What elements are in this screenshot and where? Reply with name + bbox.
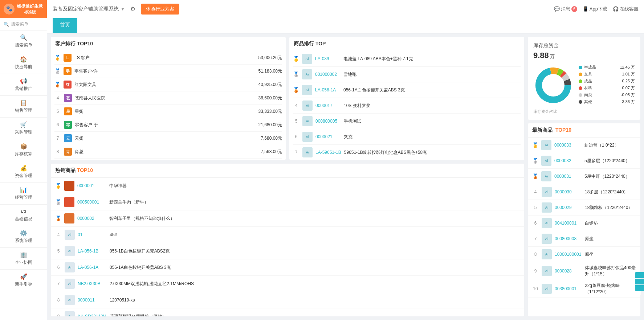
product-image-placeholder: Ai — [306, 135, 309, 139]
sidebar-search-container[interactable]: 🔍 搜索菜单 — [0, 18, 47, 30]
legend-value: 0.07 万 — [617, 85, 635, 91]
list-item: 🥉 Ai 0000031 5厘中纤（1220*2440） — [528, 169, 640, 184]
message-icon: 💬 — [554, 6, 560, 12]
product-image: Ai — [541, 140, 551, 150]
shortcut-icon: 🏠 — [20, 56, 27, 63]
legend-row: 半成品 12.45 万 — [579, 65, 635, 70]
latest-products-title: 最新商品 — [532, 127, 553, 133]
hot-products-body: 🥇 0000001 中华神器 🥈 000500001 新西兰牛肉（新牛） 🥉 0… — [51, 178, 524, 316]
product-image: Ai — [302, 132, 313, 142]
main-area: 装备及固定资产辅助管理系统 ▼ ⚙ 体验行业方案 💬 消息 6 📱 App下载 … — [47, 0, 644, 320]
operations-icon: 📊 — [20, 186, 27, 193]
rank-number: 8 — [54, 149, 61, 154]
sidebar-item-base[interactable]: 🗂基础信息 — [0, 205, 47, 226]
system-title: 装备及固定资产辅助管理系统 — [53, 6, 119, 12]
message-item[interactable]: 💬 消息 6 — [554, 6, 577, 12]
product-image-placeholder: Ai — [306, 104, 309, 107]
search-label: 搜索菜单 — [15, 42, 32, 48]
customer-amount: 7,563.00元 — [261, 149, 282, 155]
customer-name: 星扬 — [75, 108, 256, 115]
customer-badge: 云 — [64, 134, 72, 142]
latest-product-name: 封边带（1.0*22） — [584, 142, 636, 148]
dropdown-arrow-icon[interactable]: ▼ — [121, 7, 125, 12]
sidebar-item-inventory[interactable]: 📦库存核算 — [0, 139, 47, 161]
trophy-bronze-icon: 🥉 — [293, 87, 299, 93]
product-image: Ai — [542, 202, 552, 213]
online-service-label: 在线客服 — [620, 6, 639, 12]
cs-btn-0[interactable]: 客服热线 — [635, 272, 644, 278]
product-image-placeholder: Ai — [545, 206, 549, 209]
product-image-placeholder: Ai — [306, 119, 309, 123]
app-download-item[interactable]: 📱 App下载 — [583, 6, 607, 12]
hot-products-card: 热销商品 TOP10 🥇 0000001 中华神器 🥈 000500001 新西… — [51, 164, 524, 316]
product-image-placeholder: Ai — [545, 221, 549, 225]
sidebar-logo: 🐾 畅捷通好生意 标准版 — [0, 0, 47, 18]
finance-icon: 💰 — [20, 165, 27, 172]
hot-product-name: 新西兰牛肉（新牛） — [109, 199, 520, 205]
product-image — [64, 213, 74, 223]
rank-number: 6 — [293, 134, 299, 139]
table-row: 🥈 Ai 001000002 雪地靴 — [293, 67, 521, 82]
rank-number: 6 — [55, 265, 62, 270]
legend-label: 成品 — [584, 78, 615, 84]
product-image: Ai — [302, 54, 312, 64]
product-image: Ai — [541, 156, 551, 166]
legend-label: 半成品 — [584, 65, 615, 70]
sidebar-item-purchase[interactable]: 🛒采购管理 — [0, 118, 47, 139]
sidebar-item-finance[interactable]: 💰资金管理 — [0, 161, 47, 183]
customer-name: 肖总 — [75, 149, 258, 155]
sidebar-item-operations[interactable]: 📊经营管理 — [0, 183, 47, 205]
top-row: 客户排行 TOP10 🥇 L LS 客户 53,006.26元 🥈 零 零售客户… — [51, 37, 524, 160]
guide-label: 新手引导 — [15, 281, 32, 287]
latest-product-name: 5厘中纤（1220*2440） — [584, 173, 636, 180]
trial-button[interactable]: 体验行业方案 — [141, 4, 179, 15]
tab-home[interactable]: 首页 — [53, 18, 77, 33]
search-menu[interactable]: 🔍 搜索菜单 — [4, 21, 43, 27]
sidebar-item-sales[interactable]: 📋销售管理 — [0, 96, 47, 118]
sidebar-item-search[interactable]: 🔍搜索菜单 — [0, 30, 47, 52]
customer-rank-card: 客户排行 TOP10 🥇 L LS 客户 53,006.26元 🥈 零 零售客户… — [51, 37, 286, 160]
trophy-bronze-icon: 🥉 — [54, 82, 61, 87]
sidebar: 🐾 畅捷通好生意 标准版 🔍 搜索菜单 🔍搜索菜单🏠快捷导航📢营销推广📋销售管理… — [0, 0, 47, 320]
product-image-placeholder: Ai — [545, 159, 548, 163]
latest-product-code: 0000028 — [555, 268, 582, 274]
rank-number: 4 — [293, 103, 299, 108]
cs-float: 客服热线服务社区直播 — [635, 272, 644, 291]
rank-number: 4 — [532, 189, 539, 194]
online-service-item[interactable]: 🎧 在线客服 — [613, 6, 639, 12]
inventory-label: 库存核算 — [15, 151, 32, 157]
product-image: Ai — [542, 234, 552, 244]
product-image-placeholder: Ai — [306, 88, 309, 92]
product-image-placeholder: Ai — [68, 298, 72, 302]
settings-icon[interactable]: ⚙ — [130, 5, 135, 12]
hot-product-name: 中华神器 — [109, 183, 520, 189]
logo-line2: 标准版 — [17, 9, 43, 15]
cs-btn-1[interactable]: 服务社区 — [635, 279, 644, 284]
base-icon: 🗂 — [21, 208, 27, 215]
product-image: Ai — [65, 230, 75, 240]
purchase-icon: 🛒 — [20, 121, 27, 128]
app-download-label: App下载 — [590, 6, 607, 12]
legend-dot — [579, 73, 582, 76]
product-name: 056-1A白色按键开关盖ABS 3克 — [343, 87, 521, 93]
hot-product-code: 0000001 — [77, 183, 106, 188]
product-rank-header: 商品排行 TOP — [289, 37, 524, 51]
product-image: Ai — [302, 100, 313, 111]
sidebar-item-cooperation[interactable]: 🏢企业协同 — [0, 248, 47, 270]
sidebar-item-system[interactable]: ⚙️系统管理 — [0, 226, 47, 248]
product-code: 001000002 — [315, 72, 341, 77]
legend-dot — [579, 86, 582, 90]
sidebar-item-shortcut[interactable]: 🏠快捷导航 — [0, 52, 47, 74]
hot-product-code: LA-056-1B — [78, 249, 107, 254]
product-image: Ai — [542, 266, 552, 276]
sidebar-item-guide[interactable]: 🚀新手引导 — [0, 270, 47, 291]
sidebar-item-marketing[interactable]: 📢营销推广 — [0, 74, 47, 96]
search-icon: 🔍 — [4, 22, 9, 27]
product-name: 10S 变料罗浆 — [344, 103, 521, 109]
product-name: 夹克 — [344, 134, 521, 140]
hot-product-code: 0000002 — [77, 216, 106, 221]
phone-icon: 📱 — [583, 6, 588, 12]
right-panel: 库存总资金 9.88 万 半成品 12.45 万 — [528, 37, 640, 316]
product-image-placeholder: Ai — [545, 175, 548, 178]
cs-btn-2[interactable]: 直播 — [635, 285, 644, 291]
